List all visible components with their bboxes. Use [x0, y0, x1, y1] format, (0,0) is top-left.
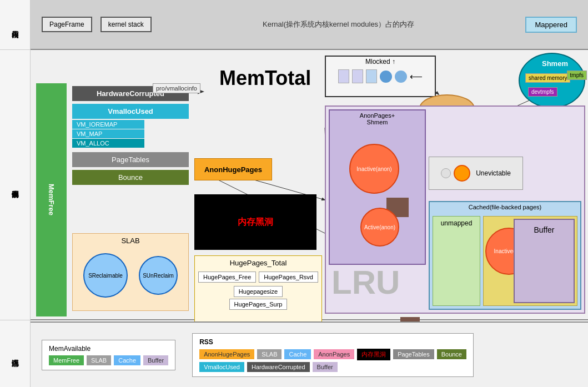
inactive-anon-circle: Inactive(anon): [349, 144, 399, 194]
unevict-circle-small: [441, 168, 451, 178]
mappered-box: Mappered: [525, 17, 577, 33]
summary-label: 内存汇总情况: [0, 320, 30, 387]
lru-label: LRU: [331, 263, 400, 301]
active-anon-circle: Active(anon): [360, 208, 399, 247]
hugepages-title: HugePages_Total: [195, 256, 321, 270]
rss-hwcorrupted: HardwareCorrupted: [247, 362, 310, 372]
hugepages-rsvd: HugePages_Rsvd: [259, 272, 318, 283]
anonhugepages-box: AnonHugePages: [194, 158, 272, 180]
kernel-label: 内核使用内存: [0, 0, 30, 50]
remaining-memory-label: 剩余内存使用情况: [0, 50, 30, 320]
sreclaimable-circle: SReclaimable: [83, 253, 128, 298]
slab-title: SLAB: [73, 234, 188, 248]
legend-cache: Cache: [114, 355, 140, 365]
legend-slab: SLAB: [87, 355, 111, 365]
cached-inner: unmapped Mapped Inactive(file) Active(fi…: [433, 216, 577, 306]
left-column: HardwareCorrupted VmallocUsed VM_IOREMAP…: [72, 56, 189, 185]
vm-alloc-box: VM_ALLOC: [72, 139, 144, 148]
unevict-circle: [454, 165, 470, 182]
pageframe-box: PageFrame: [42, 17, 92, 32]
devtmpfs-box: devtmpfs: [528, 87, 557, 97]
legend-items1: MemFree SLAB Cache Buffer: [49, 355, 168, 365]
rss-row2: VmallocUsed HardwareCorrupted Buffer: [199, 362, 466, 372]
cached-section: Cached(file-backed pages) unmapped Mappe…: [429, 201, 581, 310]
shared-memory-box: shared memory: [525, 73, 570, 83]
hugepages-free: HugePages_Free: [198, 272, 256, 283]
unevictable-box: Unevictable: [429, 157, 523, 190]
mlocked-rect2: [352, 69, 363, 83]
vm-map-box: VM_MAP: [72, 129, 144, 138]
left-labels: 内核使用内存 剩余内存使用情况 内存汇总情况: [0, 0, 31, 387]
cached-title: Cached(file-backed pages): [430, 202, 580, 212]
mlocked-shapes: ⟵: [326, 67, 435, 86]
kernel-stack-box: kernel stack: [100, 17, 152, 32]
legend-memfree: MemFree: [49, 355, 84, 365]
unevictable-label: Unevictable: [476, 169, 511, 177]
sunreclaim-circle: SUnReclaim: [139, 256, 178, 295]
memavailable-group: MemAvailable MemFree SLAB Cache Buffer: [42, 340, 175, 370]
rss-vmallocused: VmallocUsed: [199, 362, 244, 372]
bounce-box: Bounce: [72, 170, 189, 185]
memavailable-title: MemAvailable: [49, 345, 168, 353]
hugepages-pagesize: Hugepagesize: [234, 286, 283, 297]
page-tables-box: PageTables: [72, 152, 189, 167]
vmalloc-used-box: VmallocUsed: [72, 104, 189, 119]
rss-pagetables: PageTables: [393, 349, 434, 359]
slab-section: SLAB SReclaimable SUnReclaim: [72, 233, 189, 311]
kernel-description: Kernal(操作系统内核kernel modules）占的内存: [160, 19, 517, 29]
shmem-title: Shmem: [542, 59, 568, 68]
memtotal-label: MemTotal: [219, 67, 311, 90]
slab-circles: SReclaimable SUnReclaim: [73, 253, 188, 298]
hugepages-surp: HugePages_Surp: [229, 299, 288, 310]
rss-neimem: 内存黑洞: [357, 349, 390, 360]
black-box: 内存黑洞: [194, 194, 316, 250]
rss-items: AnonHugePages SLAB Cache AnonPages 内存黑洞 …: [199, 349, 466, 360]
pro-vmalloc-label: pro/vmallocinfo: [153, 83, 200, 93]
mlocked-circle1: [380, 71, 392, 83]
mlocked-circle2: [395, 71, 407, 83]
mlocked-rect1: [338, 69, 349, 83]
rss-anonhuge: AnonHugePages: [199, 349, 254, 359]
main-content: PageFrame kernel stack Kernal(操作系统内核kern…: [31, 0, 588, 387]
memory-section: MemFree MemTotal HardwareCorrupted Vmall…: [31, 50, 588, 320]
rss-anonpages: AnonPages: [314, 349, 354, 359]
hugepages-row1: HugePages_Free HugePages_Rsvd: [195, 270, 321, 284]
kernel-section: PageFrame kernel stack Kernal(操作系统内核kern…: [31, 0, 588, 50]
rss-cache: Cache: [284, 349, 311, 359]
buffer-box: Buffer: [514, 219, 575, 303]
lru-section: LRU AnonPages+Shmem Inactive(anon) Activ…: [325, 105, 585, 314]
legend-section: MemAvailable MemFree SLAB Cache Buffer R…: [31, 321, 588, 387]
legend-buffer: Buffer: [143, 355, 168, 365]
rss-bounce: Bounce: [437, 349, 466, 359]
anonpages-shmem-area: AnonPages+Shmem Inactive(anon) Active(an…: [329, 109, 426, 265]
mlocked-rect3: [366, 69, 377, 83]
vm-ioremap-box: VM_IOREMAP: [72, 120, 144, 129]
rss-group: RSS AnonHugePages SLAB Cache AnonPages 内…: [192, 333, 474, 377]
rss-slab: SLAB: [257, 349, 282, 359]
unmapped-box: unmapped: [433, 216, 480, 306]
tmpfs-box: tmpfs: [567, 71, 587, 80]
rss-buffer: Buffer: [313, 362, 338, 372]
rss-title: RSS: [199, 338, 466, 346]
memfree-bar: MemFree: [36, 83, 67, 316]
mlocked-box: Mlocked ↑ ⟵: [325, 56, 436, 97]
anonpages-title: AnonPages+Shmem: [330, 110, 425, 127]
mlocked-title: Mlocked ↑: [326, 57, 435, 67]
shmem-circle: Shmem shared memory tmpfs devtmpfs: [519, 53, 585, 108]
